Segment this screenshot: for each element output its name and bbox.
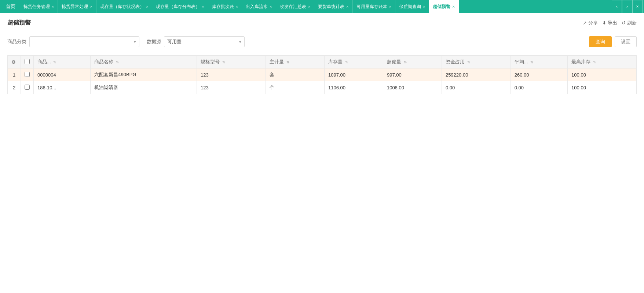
datasource-chevron-icon: ▾ — [239, 40, 241, 44]
sort-capital-icon: ⇅ — [467, 60, 470, 64]
row-avg-0: 260.00 — [511, 68, 567, 81]
export-icon: ⬇ — [602, 20, 606, 26]
row-name-0: 六配套新昌490BPG — [91, 68, 197, 81]
nav-arrows: ‹ › × — [612, 0, 643, 13]
close-tab-6[interactable]: × — [308, 4, 310, 9]
page-header: 超储预警 ↗ 分享 ⬇ 导出 ↺ 刷新 — [7, 19, 637, 27]
export-action[interactable]: ⬇ 导出 — [602, 20, 617, 26]
th-stock: 库存量 ⇅ — [324, 56, 383, 68]
sort-overflow-icon: ⇅ — [404, 60, 407, 64]
gear-icon: ⚙ — [11, 59, 16, 65]
filter-row: 商品分类 ▾ 数据源 可用量 ▾ 查询 设置 — [7, 33, 637, 51]
row-avg-1: 0.00 — [511, 81, 567, 94]
row-maxstock-0: 100.00 — [568, 68, 637, 81]
sort-unit-icon: ⇅ — [286, 60, 289, 64]
sort-name-icon: ⇅ — [116, 60, 119, 64]
datasource-select[interactable]: 可用量 ▾ — [164, 36, 245, 47]
th-unit: 主计量 ⇅ — [266, 56, 324, 68]
th-code: 商品... ⇅ — [34, 56, 91, 68]
sort-stock-icon: ⇅ — [345, 60, 348, 64]
share-action[interactable]: ↗ 分享 — [583, 20, 598, 26]
table-row: 1 0000004 六配套新昌490BPG 123 套 1097.00 997.… — [8, 68, 637, 81]
nav-tab-5[interactable]: 出入库流水 × — [242, 0, 276, 13]
row-code-1: 186-10... — [34, 81, 91, 94]
th-name: 商品名称 ⇅ — [91, 56, 197, 68]
nav-arrow-right[interactable]: › — [622, 0, 632, 13]
filter-category: 商品分类 ▾ — [7, 36, 139, 47]
close-tab-7[interactable]: × — [346, 4, 348, 9]
nav-tab-0[interactable]: 拣货任务管理 × — [20, 0, 58, 13]
th-capital: 资金占用 ⇅ — [442, 56, 511, 68]
close-tab-2[interactable]: × — [146, 4, 148, 9]
category-select[interactable]: ▾ — [29, 36, 139, 47]
row-check-1[interactable] — [25, 85, 30, 90]
row-capital-1: 0.00 — [442, 81, 511, 94]
query-button[interactable]: 查询 — [589, 36, 612, 47]
th-settings: ⚙ — [8, 56, 21, 68]
sort-spec-icon: ⇅ — [222, 60, 225, 64]
th-checkbox — [21, 56, 34, 68]
share-icon: ↗ — [583, 20, 587, 26]
filter-datasource: 数据源 可用量 ▾ — [147, 36, 245, 47]
refresh-label: 刷新 — [627, 20, 637, 26]
header-actions: ↗ 分享 ⬇ 导出 ↺ 刷新 — [583, 20, 637, 26]
close-tab-10[interactable]: × — [452, 4, 454, 9]
th-avg: 平均... ⇅ — [511, 56, 567, 68]
nav-home[interactable]: 首页 — [1, 0, 20, 13]
row-checkbox-1 — [21, 81, 34, 94]
row-name-1: 机油滤清器 — [91, 81, 197, 94]
datasource-value: 可用量 — [167, 38, 182, 45]
row-num-1: 2 — [8, 81, 21, 94]
nav-tab-10[interactable]: 超储预警 × — [429, 0, 458, 13]
page-title: 超储预警 — [7, 19, 31, 27]
close-tab-5[interactable]: × — [270, 4, 272, 9]
nav-tab-4[interactable]: 库存批次账 × — [208, 0, 242, 13]
data-table: ⚙ 商品... ⇅ 商品名称 ⇅ 规格型号 ⇅ 主计量 — [7, 55, 637, 94]
page-content: 超储预警 ↗ 分享 ⬇ 导出 ↺ 刷新 商品分类 ▾ 数据源 — [0, 13, 644, 293]
nav-tab-1[interactable]: 拣货异常处理 × — [58, 0, 96, 13]
nav-tab-3[interactable]: 现存量（库存分布表） × — [152, 0, 208, 13]
row-stock-1: 1106.00 — [324, 81, 383, 94]
close-tab-9[interactable]: × — [423, 4, 425, 9]
nav-arrow-close[interactable]: × — [632, 0, 643, 13]
row-unit-1: 个 — [266, 81, 324, 94]
row-check-0[interactable] — [25, 72, 30, 77]
select-all-checkbox[interactable] — [25, 59, 30, 64]
row-code-0: 0000004 — [34, 68, 91, 81]
th-overflow: 超储量 ⇅ — [383, 56, 442, 68]
export-label: 导出 — [608, 20, 617, 26]
nav-tab-9[interactable]: 保质期查询 × — [395, 0, 429, 13]
row-maxstock-1: 100.00 — [568, 81, 637, 94]
row-overflow-1: 1006.00 — [383, 81, 442, 94]
close-tab-1[interactable]: × — [90, 4, 92, 9]
nav-tab-8[interactable]: 可用量库存账本 × — [353, 0, 395, 13]
nav-tab-6[interactable]: 收发存汇总表 × — [276, 0, 314, 13]
top-nav: 首页 拣货任务管理 × 拣货异常处理 × 现存量（库存状况表） × 现存量（库存… — [0, 0, 644, 13]
row-unit-0: 套 — [266, 68, 324, 81]
share-label: 分享 — [588, 20, 598, 26]
datasource-label: 数据源 — [147, 38, 161, 45]
category-label: 商品分类 — [7, 38, 26, 45]
close-tab-8[interactable]: × — [389, 4, 391, 9]
th-spec: 规格型号 ⇅ — [197, 56, 266, 68]
row-checkbox-0 — [21, 68, 34, 81]
row-stock-0: 1097.00 — [324, 68, 383, 81]
refresh-action[interactable]: ↺ 刷新 — [622, 20, 637, 26]
nav-tab-7[interactable]: 要货单统计表 × — [314, 0, 352, 13]
nav-tab-2[interactable]: 现存量（库存状况表） × — [96, 0, 152, 13]
set-button[interactable]: 设置 — [615, 36, 637, 47]
row-spec-1: 123 — [197, 81, 266, 94]
close-tab-4[interactable]: × — [236, 4, 238, 9]
sort-code-icon: ⇅ — [53, 60, 56, 64]
th-max-stock: 最高库存 ⇅ — [568, 56, 637, 68]
row-spec-0: 123 — [197, 68, 266, 81]
row-capital-0: 259220.00 — [442, 68, 511, 81]
nav-arrow-left[interactable]: ‹ — [612, 0, 622, 13]
close-tab-0[interactable]: × — [52, 4, 54, 9]
row-num-0: 1 — [8, 68, 21, 81]
refresh-icon: ↺ — [622, 20, 626, 26]
table-row: 2 186-10... 机油滤清器 123 个 1106.00 1006.00 … — [8, 81, 637, 94]
sort-max-icon: ⇅ — [593, 60, 596, 64]
sort-avg-icon: ⇅ — [530, 60, 533, 64]
close-tab-3[interactable]: × — [202, 4, 204, 9]
